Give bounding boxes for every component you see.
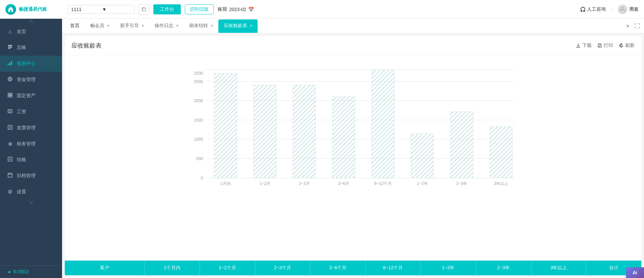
tab-guide-close[interactable]: × <box>142 24 144 28</box>
download-label: 下载 <box>582 43 592 49</box>
reports-icon <box>7 60 13 67</box>
sidebar-item-payroll-label: 工资 <box>17 109 26 115</box>
copy-icon <box>141 7 147 12</box>
table-col-2-3year: 2~3年 <box>476 261 531 275</box>
svg-text:500: 500 <box>196 156 203 161</box>
svg-text:1~2月: 1~2月 <box>259 181 270 186</box>
tab-aging[interactable]: 应收账龄表 × <box>218 19 258 33</box>
refresh-button[interactable]: 刷新 <box>619 43 635 49</box>
maximize-tab-button[interactable]: ⛶ <box>633 22 641 30</box>
tab-guide[interactable]: 新手引导 × <box>115 19 149 33</box>
svg-rect-0 <box>143 8 146 11</box>
svg-rect-43 <box>254 85 276 178</box>
top-header: 畅捷通易代账 1111 ▼ 工作台 切到旧版 账期 2023-02 📅 🎧 人工… <box>0 0 644 19</box>
sidebar-item-assets[interactable]: 固定资产 <box>0 88 62 104</box>
sidebar-item-home[interactable]: ⌂ 首页 <box>0 24 62 40</box>
download-icon <box>576 43 581 48</box>
svg-text:0: 0 <box>201 176 203 181</box>
table-col-3year-plus: 3年以上 <box>531 261 587 275</box>
chart-container: 0 500 1000 1500 2000 2500 2500 <box>65 55 641 261</box>
tab-aging-label: 应收账龄表 <box>224 23 247 29</box>
tab-member-label: 畅会员 <box>90 23 104 29</box>
svg-text:3~6月: 3~6月 <box>338 181 349 186</box>
tab-period-end[interactable]: 期末结转 × <box>184 19 218 33</box>
page-title: 应收账龄表 <box>71 42 102 50</box>
user-area[interactable]: 用友 <box>618 5 639 14</box>
company-name: 1111 <box>71 7 100 12</box>
sidebar-item-archive-label: 归档管理 <box>17 173 36 179</box>
sidebar-item-settings[interactable]: ⚙ 设置 <box>0 184 62 200</box>
company-selector[interactable]: 1111 ▼ <box>67 5 135 14</box>
page-actions: 下载 打印 刷新 <box>576 43 635 49</box>
sidebar-item-payroll[interactable]: 工资 <box>0 104 62 120</box>
table-col-3-6month: 3~6个月 <box>310 261 366 275</box>
sidebar-item-archive[interactable]: 归档管理 <box>0 168 62 184</box>
tab-aging-close[interactable]: × <box>250 24 252 28</box>
svg-text:1~2年: 1~2年 <box>417 181 428 186</box>
download-button[interactable]: 下载 <box>576 43 592 49</box>
tab-oplog-close[interactable]: × <box>176 24 178 28</box>
logo-icon <box>5 4 16 15</box>
tab-period-end-close[interactable]: × <box>211 24 213 28</box>
svg-rect-6 <box>9 62 10 65</box>
sidebar-item-checkout[interactable]: 结账 <box>0 152 62 168</box>
sidebar-item-ledger[interactable]: 总账 <box>0 40 62 56</box>
svg-rect-14 <box>8 110 12 113</box>
table-col-customer: 客户 <box>65 261 145 275</box>
svg-text:2500: 2500 <box>194 71 203 76</box>
tab-member-close[interactable]: × <box>107 24 109 28</box>
workbench-button[interactable]: 工作台 <box>153 4 181 14</box>
support-button[interactable]: 🎧 人工咨询 <box>580 6 606 12</box>
sidebar-item-funds[interactable]: 资金管理 <box>0 72 62 88</box>
svg-point-9 <box>9 78 11 80</box>
svg-rect-5 <box>8 64 9 65</box>
collapse-sidebar-button[interactable]: ◄ 取消固定 <box>0 265 62 278</box>
tax-icon: ⊕ <box>7 141 13 147</box>
tab-home[interactable]: 首页 <box>65 19 85 33</box>
table-header: 客户 1个月内 1~2个月 2~3个月 3~6个月 6~12个月 <box>65 261 641 275</box>
svg-rect-12 <box>8 95 10 97</box>
period-label: 账期 <box>218 6 227 12</box>
tab-oplog[interactable]: 操作日志 × <box>149 19 184 33</box>
svg-rect-44 <box>293 85 316 178</box>
svg-rect-47 <box>411 134 434 178</box>
sidebar-item-reports[interactable]: 报表中心 <box>0 56 62 72</box>
archive-icon <box>7 172 13 179</box>
svg-rect-7 <box>11 61 12 65</box>
sidebar-item-invoice-label: 发票管理 <box>17 125 36 131</box>
svg-text:6~12个月: 6~12个月 <box>374 181 392 186</box>
copy-button[interactable] <box>139 4 149 15</box>
svg-rect-49 <box>490 127 512 178</box>
sidebar-item-invoice[interactable]: 发票管理 <box>0 120 62 136</box>
table-col-1-2month: 1~2个月 <box>200 261 255 275</box>
sidebar-item-tax[interactable]: ⊕ 税务管理 <box>0 136 62 152</box>
logo-area: 畅捷通易代账 <box>5 4 67 15</box>
svg-rect-13 <box>10 95 12 97</box>
svg-rect-11 <box>10 93 12 95</box>
switch-version-button[interactable]: 切到旧版 <box>185 4 214 14</box>
svg-text:1000: 1000 <box>194 137 203 142</box>
svg-rect-45 <box>332 97 355 178</box>
assets-icon <box>7 92 13 99</box>
user-name: 用友 <box>629 6 639 12</box>
svg-rect-2 <box>8 45 12 46</box>
sidebar-item-ledger-label: 总账 <box>17 45 26 51</box>
tabs-actions: × ⛶ <box>625 22 641 30</box>
ai-badge-label: Ai <box>633 270 637 275</box>
main-layout: ⌂ 首页 总账 报表中心 资金管理 固定资产 <box>0 19 644 278</box>
svg-rect-46 <box>372 70 394 178</box>
svg-text:2~3月: 2~3月 <box>299 181 310 186</box>
sidebar-item-funds-label: 资金管理 <box>17 77 36 83</box>
sidebar-item-tax-label: 税务管理 <box>17 141 36 147</box>
tab-guide-label: 新手引导 <box>120 23 139 29</box>
settings-icon: ⚙ <box>7 189 13 195</box>
calendar-icon[interactable]: 📅 <box>248 7 254 12</box>
print-button[interactable]: 打印 <box>597 43 613 49</box>
svg-rect-22 <box>8 174 12 177</box>
headset-icon: 🎧 <box>580 7 586 12</box>
close-tab-button[interactable]: × <box>625 22 631 30</box>
tab-member[interactable]: 畅会员 × <box>85 19 115 33</box>
svg-text:2500: 2500 <box>194 79 203 84</box>
ai-badge[interactable]: Ai <box>626 267 644 278</box>
svg-rect-48 <box>450 112 473 178</box>
